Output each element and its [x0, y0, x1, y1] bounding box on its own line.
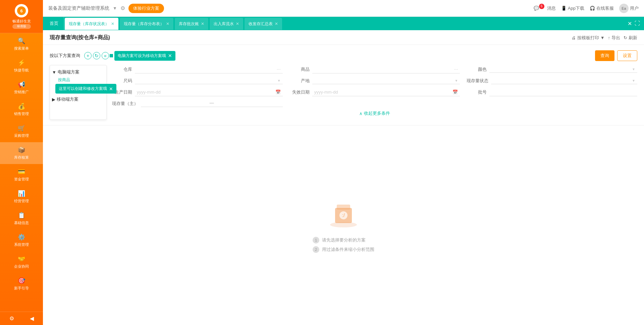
- step-num-2: 2: [313, 246, 319, 253]
- sidebar-item-system[interactable]: ⚙️ 系统管理: [0, 229, 43, 251]
- scheme-group-mobile: ▶ 移动端方案: [50, 95, 106, 103]
- scheme-group-mobile-header[interactable]: ▶ 移动端方案: [50, 95, 106, 103]
- search-icon: 🔍: [18, 37, 25, 45]
- prod-date-input[interactable]: yyyy-mm-dd 📅: [135, 88, 283, 96]
- sidebar-item-enterprise[interactable]: 🤝 企业协同: [0, 251, 43, 273]
- user-group[interactable]: Ea 用户: [619, 4, 639, 13]
- list-icon: 📋: [18, 212, 25, 219]
- tab-inventory-status[interactable]: 现存量（库存状况表） ✕: [65, 18, 118, 30]
- scheme-group-desktop-header[interactable]: ▼ 电脑端方案: [50, 68, 106, 76]
- sidebar-nav: 🔍 搜索菜单 ⚡ 快捷导航 📢 营销推广 💰 销售管理 🛒 采购管理 📦 库存核…: [0, 33, 43, 312]
- app-download-group[interactable]: 📱 App下载: [561, 5, 584, 11]
- gear-icon: ⚙️: [18, 233, 25, 241]
- export-icon: ↑: [608, 35, 610, 40]
- page-actions: 🖨 按模板打印 ▼ ↑ 导出 ↻ 刷新: [572, 35, 637, 41]
- megaphone-icon: 📢: [18, 81, 25, 88]
- calendar-icon: 📅: [275, 90, 281, 95]
- sidebar-item-operations[interactable]: 📊 经营管理: [0, 186, 43, 208]
- sidebar-item-sales[interactable]: 💰 销售管理: [0, 99, 43, 120]
- tab-home[interactable]: 首页: [44, 17, 64, 30]
- batch-input[interactable]: [489, 88, 637, 96]
- settings-button[interactable]: 设置: [617, 50, 637, 61]
- tab-close-inventory-dist[interactable]: ✕: [166, 21, 169, 26]
- sidebar-item-basicinfo[interactable]: 📋 基础信息: [0, 208, 43, 229]
- export-button[interactable]: ↑ 导出: [608, 35, 621, 41]
- sidebar-item-quicknav[interactable]: ⚡ 快捷导航: [0, 55, 43, 77]
- tab-close-batch[interactable]: ✕: [201, 21, 204, 26]
- calendar-icon2: 📅: [452, 90, 458, 95]
- page-header: 现存量查询(按仓库+商品) 🖨 按模板打印 ▼ ↑ 导出 ↻ 刷新: [43, 30, 644, 45]
- page-area: 现存量查询(按仓库+商品) 🖨 按模板打印 ▼ ↑ 导出 ↻ 刷新: [43, 30, 644, 325]
- chevron-down-icon: ▼: [52, 70, 56, 75]
- phone-icon: 📱: [561, 6, 567, 11]
- refresh-button[interactable]: ↻ 刷新: [624, 35, 637, 41]
- sidebar-item-inventory[interactable]: 📦 库存核算: [0, 142, 43, 164]
- online-service-group[interactable]: 🎧 在线客服: [590, 5, 614, 11]
- tab-maximize-btn[interactable]: ⛶: [635, 20, 640, 27]
- svg-text:6: 6: [20, 8, 22, 13]
- range-dash: —: [210, 100, 214, 105]
- filter-field-goods: 商品 ···: [289, 65, 460, 73]
- tab-close-all-btn[interactable]: ✕: [628, 20, 632, 27]
- tab-batch-account[interactable]: 库存批次账 ✕: [175, 18, 208, 30]
- filter-grid: 仓库 ··· 商品 ···: [112, 65, 637, 107]
- tab-inventory-distribution[interactable]: 现存量（库存分布表） ✕: [120, 18, 173, 30]
- sidebar-item-search[interactable]: 🔍 搜索菜单: [0, 33, 43, 55]
- sidebar-item-newuser[interactable]: 🎯 新手引导: [0, 273, 43, 295]
- filter-field-stockmain: 现存量（主） —: [112, 100, 283, 107]
- collapse-btn[interactable]: ∧ 收起更多条件: [112, 107, 637, 120]
- headset-icon: 🎧: [590, 6, 595, 11]
- goods-dots: ···: [454, 66, 458, 72]
- tooltip-create-scheme[interactable]: 这里可以创建和修改方案哦 ✕: [55, 84, 116, 94]
- size-select[interactable]: ▼: [135, 77, 283, 84]
- tooltip2-close[interactable]: ✕: [109, 86, 113, 92]
- system-title: 装备及固定资产辅助管理系统: [48, 5, 109, 11]
- sidebar-item-label: 系统管理: [14, 242, 29, 247]
- tab-summary[interactable]: 收发存汇总表 ✕: [245, 18, 282, 30]
- color-select[interactable]: ▼: [489, 66, 637, 73]
- add-scheme-button[interactable]: +: [84, 52, 92, 59]
- industry-plan-button[interactable]: 体验行业方案: [128, 4, 164, 13]
- sidebar-item-marketing[interactable]: 📢 营销推广: [0, 77, 43, 99]
- origin-select[interactable]: ▼: [312, 77, 460, 84]
- refresh-scheme-button[interactable]: ↻: [93, 52, 100, 59]
- top-header: 装备及固定资产辅助管理系统 ▼ ⚙ 体验行业方案 💬 6 消息 📱 App下载 …: [43, 0, 644, 17]
- expire-date-input[interactable]: yyyy-mm-dd 📅: [312, 88, 460, 96]
- goods-label: 商品: [289, 66, 310, 72]
- arrow-scheme-button[interactable]: «: [102, 52, 109, 59]
- warehouse-select[interactable]: ···: [135, 65, 283, 73]
- tab-flow[interactable]: 出入库流水 ✕: [210, 18, 243, 30]
- tooltip1-close[interactable]: ✕: [168, 53, 172, 58]
- print-template-button[interactable]: 🖨 按模板打印 ▼: [572, 35, 605, 41]
- origin-label: 产地: [289, 78, 310, 84]
- sidebar-settings-btn[interactable]: ⚙: [9, 315, 14, 322]
- filter-field-stockstatus: 现存量状态 ▼: [467, 77, 637, 84]
- tab-close-summary[interactable]: ✕: [275, 21, 278, 26]
- settings-icon[interactable]: ⚙: [120, 5, 125, 11]
- header-right: 💬 6 消息 📱 App下载 🎧 在线客服 Ea 用户: [534, 4, 639, 13]
- filter-main-row: ▼ 电脑端方案 按商品 这里可以创建和修改方案哦 ✕: [50, 65, 637, 120]
- sidebar-collapse-btn[interactable]: ◀: [30, 315, 34, 322]
- filter-field-batchno: 批号: [467, 88, 637, 96]
- scheme-item-by-goods[interactable]: 按商品: [50, 76, 106, 84]
- system-dropdown-icon[interactable]: ▼: [113, 6, 117, 11]
- message-group[interactable]: 💬 6 消息: [534, 5, 556, 11]
- sidebar-item-purchase[interactable]: 🛒 采购管理: [0, 120, 43, 142]
- stock-min-input[interactable]: [141, 100, 208, 105]
- origin-chevron-icon: ▼: [454, 79, 458, 83]
- stock-max-input[interactable]: [215, 100, 283, 105]
- sidebar-item-label: 基础信息: [14, 220, 29, 225]
- sidebar-item-label: 销售管理: [14, 111, 29, 116]
- tooltip-desktop-scheme[interactable]: 电脑方案可设为移动方案哦 ✕: [114, 51, 175, 61]
- empty-step-2: 2 用过滤条件来缩小分析范围: [313, 246, 374, 253]
- query-button[interactable]: 查询: [595, 50, 614, 61]
- goods-select[interactable]: ···: [312, 65, 460, 73]
- tab-close-flow[interactable]: ✕: [236, 21, 239, 26]
- sidebar-item-label: 库存核算: [14, 155, 29, 160]
- sidebar-item-label: 企业协同: [14, 264, 29, 269]
- sidebar-item-finance[interactable]: 💳 资金管理: [0, 164, 43, 186]
- dot-indicator: [110, 54, 113, 57]
- tab-close-inventory-status[interactable]: ✕: [111, 21, 114, 26]
- stock-status-select[interactable]: ▼: [491, 77, 637, 84]
- chevron-right-icon: ▶: [52, 97, 55, 102]
